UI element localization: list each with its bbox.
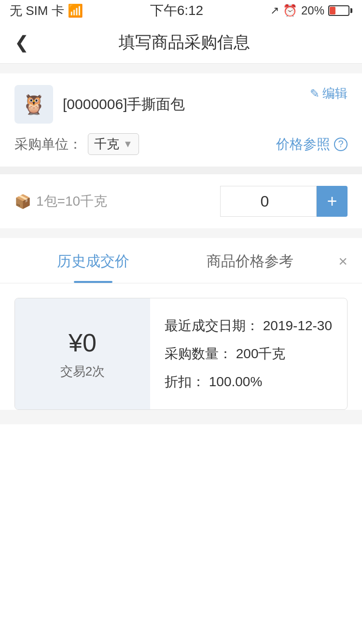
purchase-qty-row: 采购数量： 200千克 [165, 344, 333, 364]
discount-value: 100.00% [209, 374, 263, 389]
unit-arrow-icon: ▼ [123, 139, 133, 150]
quantity-label: 📦 1包=10千克 [14, 192, 107, 210]
edit-icon: ✎ [310, 87, 320, 100]
edit-button[interactable]: ✎ 编辑 [310, 85, 348, 102]
help-icon: ? [334, 138, 348, 151]
status-right: ↗ ⏰ 20% [270, 4, 352, 17]
unit-selector[interactable]: 千克 ▼ [88, 133, 139, 155]
unit-left: 采购单位： 千克 ▼ [14, 133, 139, 155]
price-right: 最近成交日期： 2019-12-30 采购数量： 200千克 折扣： 100.0… [150, 298, 347, 409]
price-ref-label: 价格参照 [276, 135, 330, 154]
recent-date-row: 最近成交日期： 2019-12-30 [165, 316, 333, 336]
unit-label: 采购单位： [14, 135, 82, 154]
recent-date-value: 2019-12-30 [263, 318, 332, 333]
price-amount: ¥0 [69, 328, 97, 357]
product-thumbnail: 🦉 [14, 85, 53, 124]
status-bar: 无 SIM 卡 📶 下午6:12 ↗ ⏰ 20% [0, 0, 362, 21]
status-time: 下午6:12 [150, 1, 204, 20]
purchase-qty-value: 200千克 [236, 346, 286, 361]
quantity-input[interactable] [220, 186, 317, 217]
page-title: 填写商品采购信息 [39, 31, 330, 54]
pkg-icon: 📦 [14, 194, 31, 210]
product-name: [0000006]手撕面包 [63, 95, 185, 114]
product-info-left: 🦉 [0000006]手撕面包 [14, 85, 185, 124]
pkg-ratio: 1包=10千克 [36, 192, 107, 210]
product-card: 🦉 [0000006]手撕面包 ✎ 编辑 采购单位： 千克 ▼ 价格参照 ? [0, 73, 362, 167]
tab-close-button[interactable]: × [329, 239, 348, 282]
price-ref-button[interactable]: 价格参照 ? [276, 135, 348, 154]
owl-icon: 🦉 [22, 93, 46, 116]
edit-label: 编辑 [322, 85, 348, 102]
alarm-icon: ⏰ [283, 4, 297, 17]
quantity-row: 📦 1包=10千克 + [0, 174, 362, 228]
price-card: ¥0 交易2次 最近成交日期： 2019-12-30 采购数量： 200千克 折… [14, 298, 348, 410]
section-divider [0, 167, 362, 174]
tab-history-price[interactable]: 历史成交价 [14, 238, 172, 283]
discount-label: 折扣： [165, 374, 205, 389]
quantity-plus-button[interactable]: + [317, 186, 348, 217]
page-rest [0, 424, 362, 644]
recent-date-label: 最近成交日期： [165, 318, 259, 333]
product-header: 🦉 [0000006]手撕面包 ✎ 编辑 [14, 85, 348, 124]
tabs-panel: 历史成交价 商品价格参考 × ¥0 交易2次 最近成交日期： 2019-12-3… [0, 238, 362, 410]
purchase-qty-label: 采购数量： [165, 346, 232, 361]
quantity-input-group: + [220, 186, 348, 217]
status-signal: 无 SIM 卡 📶 [10, 2, 83, 19]
nav-bar: ❮ 填写商品采购信息 [0, 21, 362, 64]
unit-row: 采购单位： 千克 ▼ 价格参照 ? [14, 133, 348, 155]
price-left: ¥0 交易2次 [15, 298, 150, 409]
battery-icon [328, 5, 352, 16]
tab-price-ref[interactable]: 商品价格参考 [172, 238, 329, 283]
discount-row: 折扣： 100.00% [165, 372, 333, 392]
battery-percent: 20% [301, 4, 324, 17]
location-icon: ↗ [270, 4, 279, 17]
trade-count: 交易2次 [60, 363, 105, 380]
unit-value: 千克 [94, 136, 119, 153]
tabs-header: 历史成交价 商品价格参考 × [0, 238, 362, 283]
back-button[interactable]: ❮ [14, 32, 39, 53]
